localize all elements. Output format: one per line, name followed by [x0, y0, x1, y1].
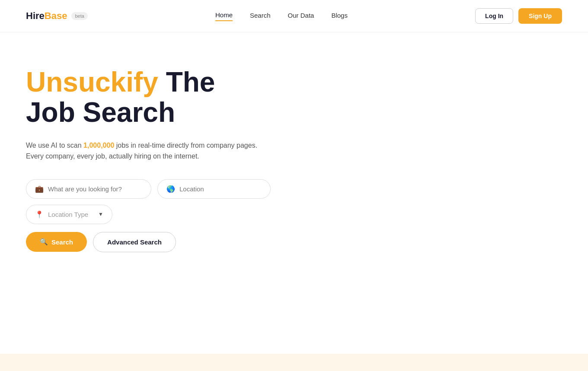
nav-blogs[interactable]: Blogs	[331, 12, 348, 21]
pin-icon: 📍	[35, 210, 44, 219]
job-search-input[interactable]	[48, 185, 142, 193]
login-button[interactable]: Log In	[475, 8, 513, 24]
chevron-down-icon: ▼	[98, 211, 103, 217]
location-input[interactable]	[179, 185, 262, 193]
button-row: 🔍 Search Advanced Search	[26, 232, 277, 252]
nav-home[interactable]: Home	[215, 11, 233, 21]
signup-button[interactable]: Sign Up	[518, 8, 562, 24]
location-type-wrapper[interactable]: 📍 Location Type Remote On-site Hybrid ▼	[26, 205, 112, 224]
hero-headline: Unsuckify The Job Search	[26, 67, 277, 128]
navbar: HireBase beta Home Search Our Data Blogs…	[0, 0, 588, 32]
description-number: 1,000,000	[83, 142, 114, 149]
logo-hire: Hire	[26, 10, 45, 21]
navbar-center: Home Search Our Data Blogs	[215, 11, 348, 21]
search-button-label: Search	[51, 238, 73, 246]
logo[interactable]: HireBase	[26, 10, 67, 22]
navbar-right: Log In Sign Up	[475, 8, 562, 24]
beta-badge: beta	[71, 12, 87, 20]
location-type-select[interactable]: Location Type Remote On-site Hybrid	[48, 211, 94, 218]
search-row: 💼 🌎 📍 Location Type Remote On-site Hybri…	[26, 179, 277, 224]
headline-dark-job-search: Job Search	[26, 97, 175, 128]
description-prefix: We use AI to scan	[26, 142, 83, 149]
nav-search[interactable]: Search	[250, 12, 271, 21]
logo-base: Base	[45, 10, 67, 21]
search-button[interactable]: 🔍 Search	[26, 232, 87, 252]
job-search-wrapper[interactable]: 💼	[26, 179, 151, 199]
navbar-left: HireBase beta	[26, 10, 88, 22]
location-search-wrapper[interactable]: 🌎	[157, 179, 271, 199]
hero-section: Unsuckify The Job Search We use AI to sc…	[0, 32, 303, 278]
advanced-search-button[interactable]: Advanced Search	[93, 232, 176, 252]
advanced-search-label: Advanced Search	[107, 238, 162, 246]
briefcase-icon: 💼	[35, 185, 44, 193]
search-icon: 🔍	[40, 238, 48, 246]
headline-dark-the: The	[166, 67, 215, 98]
nav-our-data[interactable]: Our Data	[288, 12, 314, 21]
globe-icon: 🌎	[166, 185, 175, 193]
bottom-strip	[0, 354, 588, 371]
headline-orange: Unsuckify	[26, 67, 158, 98]
hero-description: We use AI to scan 1,000,000 jobs in real…	[26, 140, 268, 162]
